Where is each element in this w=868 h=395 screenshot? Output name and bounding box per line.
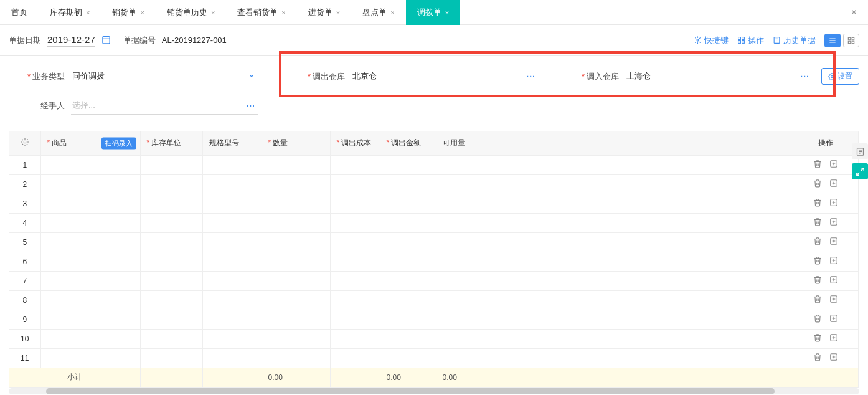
table-row[interactable]: 11 <box>9 348 859 368</box>
cell-amount[interactable] <box>380 232 436 252</box>
table-row[interactable]: 2 <box>9 174 859 194</box>
cell-product[interactable] <box>40 213 140 232</box>
tab-sales-history[interactable]: 销货单历史× <box>156 0 226 25</box>
cell-cost[interactable] <box>330 213 380 232</box>
biz-type-select[interactable]: 同价调拨 <box>71 67 258 85</box>
table-row[interactable]: 1 <box>9 155 859 174</box>
table-row[interactable]: 4 <box>9 213 859 232</box>
cell-avail[interactable] <box>436 348 793 368</box>
expand-button[interactable] <box>852 163 868 179</box>
add-row-button[interactable] <box>829 179 838 189</box>
add-row-button[interactable] <box>829 237 838 247</box>
close-all-tabs-button[interactable]: × <box>840 7 868 18</box>
cell-spec[interactable] <box>202 252 262 271</box>
delete-row-button[interactable] <box>813 159 822 170</box>
tab-purchase[interactable]: 进货单× <box>297 0 351 25</box>
more-icon[interactable]: ··· <box>246 101 255 111</box>
cell-spec[interactable] <box>202 348 262 368</box>
cell-cost[interactable] <box>330 155 380 174</box>
cell-amount[interactable] <box>380 290 436 310</box>
cell-qty[interactable] <box>262 174 330 194</box>
cell-unit[interactable] <box>140 252 202 271</box>
cell-product[interactable] <box>40 290 140 310</box>
add-row-button[interactable] <box>829 159 838 170</box>
table-row[interactable]: 9 <box>9 310 859 329</box>
tab-stocktake[interactable]: 盘点单× <box>351 0 405 25</box>
cell-product[interactable] <box>40 271 140 290</box>
cell-qty[interactable] <box>262 194 330 213</box>
delete-row-button[interactable] <box>813 333 822 344</box>
cell-avail[interactable] <box>436 271 793 290</box>
add-row-button[interactable] <box>829 198 838 209</box>
cell-avail[interactable] <box>436 329 793 348</box>
more-icon[interactable]: ··· <box>526 72 535 82</box>
cell-cost[interactable] <box>330 310 380 329</box>
cell-avail[interactable] <box>436 310 793 329</box>
cell-cost[interactable] <box>330 232 380 252</box>
cell-cost[interactable] <box>330 329 380 348</box>
note-button[interactable] <box>852 143 868 159</box>
tab-sales-order[interactable]: 销货单× <box>101 0 155 25</box>
more-icon[interactable]: ··· <box>800 72 809 82</box>
cell-unit[interactable] <box>140 271 202 290</box>
add-row-button[interactable] <box>829 275 838 286</box>
cell-product[interactable] <box>40 232 140 252</box>
delete-row-button[interactable] <box>813 237 822 247</box>
handler-select[interactable]: 选择... <box>71 97 258 115</box>
cell-avail[interactable] <box>436 232 793 252</box>
cell-unit[interactable] <box>140 310 202 329</box>
cell-spec[interactable] <box>202 174 262 194</box>
add-row-button[interactable] <box>829 353 838 363</box>
tab-transfer[interactable]: 调拨单× <box>406 0 460 25</box>
cell-qty[interactable] <box>262 252 330 271</box>
cell-product[interactable] <box>40 348 140 368</box>
chevron-down-icon[interactable] <box>248 72 255 81</box>
table-row[interactable]: 8 <box>9 290 859 310</box>
scan-entry-button[interactable]: 扫码录入 <box>101 137 136 149</box>
cell-spec[interactable] <box>202 290 262 310</box>
horizontal-scrollbar[interactable] <box>9 388 859 394</box>
list-view-button[interactable] <box>824 34 841 47</box>
add-row-button[interactable] <box>829 295 838 305</box>
cell-qty[interactable] <box>262 271 330 290</box>
cell-qty[interactable] <box>262 329 330 348</box>
cell-product[interactable] <box>40 155 140 174</box>
delete-row-button[interactable] <box>813 179 822 189</box>
tab-home[interactable]: 首页 <box>0 0 39 25</box>
add-row-button[interactable] <box>829 256 838 267</box>
grid-view-button[interactable] <box>843 34 859 47</box>
cell-qty[interactable] <box>262 348 330 368</box>
cell-spec[interactable] <box>202 232 262 252</box>
cell-spec[interactable] <box>202 194 262 213</box>
cell-avail[interactable] <box>436 213 793 232</box>
delete-row-button[interactable] <box>813 295 822 305</box>
shortcut-button[interactable]: 快捷键 <box>694 35 729 46</box>
cell-avail[interactable] <box>436 252 793 271</box>
cell-qty[interactable] <box>262 290 330 310</box>
cell-product[interactable] <box>40 252 140 271</box>
close-icon[interactable]: × <box>390 9 394 16</box>
table-row[interactable]: 5 <box>9 232 859 252</box>
cell-unit[interactable] <box>140 290 202 310</box>
delete-row-button[interactable] <box>813 275 822 286</box>
add-row-button[interactable] <box>829 217 838 228</box>
cell-unit[interactable] <box>140 213 202 232</box>
table-row[interactable]: 7 <box>9 271 859 290</box>
table-settings-button[interactable] <box>9 131 40 155</box>
cell-amount[interactable] <box>380 271 436 290</box>
cell-amount[interactable] <box>380 194 436 213</box>
cell-amount[interactable] <box>380 174 436 194</box>
cell-unit[interactable] <box>140 348 202 368</box>
delete-row-button[interactable] <box>813 217 822 228</box>
cell-unit[interactable] <box>140 155 202 174</box>
close-icon[interactable]: × <box>86 9 90 16</box>
cell-qty[interactable] <box>262 213 330 232</box>
close-icon[interactable]: × <box>211 9 215 16</box>
cell-spec[interactable] <box>202 155 262 174</box>
cell-spec[interactable] <box>202 213 262 232</box>
cell-cost[interactable] <box>330 252 380 271</box>
cell-amount[interactable] <box>380 252 436 271</box>
close-icon[interactable]: × <box>281 9 285 16</box>
history-button[interactable]: 历史单据 <box>773 35 816 46</box>
cell-cost[interactable] <box>330 194 380 213</box>
